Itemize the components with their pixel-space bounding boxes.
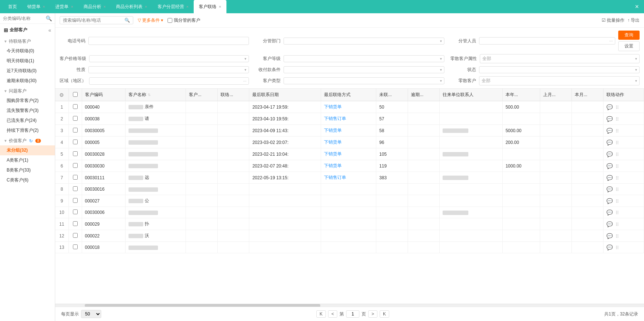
tab-product-analysis-close[interactable]: ×: [103, 4, 106, 9]
sidebar-item-class-a[interactable]: A类客户(1): [0, 155, 55, 165]
tab-home[interactable]: 首页: [3, 0, 22, 13]
row-last-method-link[interactable]: 下销售订单: [324, 116, 346, 121]
filter-select-dept[interactable]: ▾: [284, 38, 444, 45]
row-checkbox[interactable]: [73, 116, 78, 121]
row-last-method-link[interactable]: 下销货单: [324, 104, 342, 109]
row-checkbox[interactable]: [73, 151, 78, 156]
sidebar-search-input[interactable]: [3, 16, 44, 21]
first-page-button[interactable]: K: [316, 310, 326, 318]
filter-select-status[interactable]: ▾: [479, 66, 640, 73]
tab-purchase[interactable]: 进货单 ×: [50, 0, 78, 13]
more-actions-icon[interactable]: ⁝⁝: [616, 163, 619, 169]
tab-product-analysis[interactable]: 商品分析 ×: [78, 0, 111, 13]
search-input[interactable]: [63, 18, 122, 23]
sidebar-item-declining[interactable]: 持续下滑客户(2): [0, 126, 55, 135]
filter-select-customer-level[interactable]: ▾: [284, 55, 444, 62]
tab-product-analysis-list[interactable]: 商品分析列表 ×: [111, 0, 152, 13]
tab-sales-close[interactable]: ×: [43, 4, 45, 9]
my-customers-checkbox[interactable]: 我分管的客户: [168, 17, 200, 24]
filter-select-retail-customer[interactable]: 全部 ▾: [479, 76, 640, 85]
col-settings[interactable]: ⚙: [55, 89, 68, 101]
sidebar-group-problem-label[interactable]: ▼ 问题客户: [0, 86, 55, 96]
refresh-icon[interactable]: ↻: [29, 138, 33, 144]
sidebar-item-tomorrow-pending[interactable]: 明天待联络(1): [0, 56, 55, 66]
filter-select-customer-type[interactable]: ▾: [284, 77, 444, 84]
page-number-input[interactable]: [346, 310, 359, 318]
query-button[interactable]: 查询: [618, 31, 640, 40]
row-checkbox[interactable]: [73, 104, 78, 109]
filter-select-manager[interactable]: ···: [479, 37, 615, 45]
more-actions-icon[interactable]: ⁝⁝: [616, 151, 619, 157]
window-close-button[interactable]: ×: [633, 3, 641, 11]
row-checkbox[interactable]: [73, 140, 78, 144]
sidebar-item-class-c[interactable]: C类客户(6): [0, 175, 55, 185]
row-checkbox[interactable]: [73, 186, 78, 191]
more-actions-icon[interactable]: ⁝⁝: [616, 233, 619, 239]
row-last-method-link[interactable]: 下销货单: [324, 163, 342, 168]
chat-icon[interactable]: 💬: [606, 186, 613, 192]
select-all-checkbox[interactable]: [73, 92, 78, 97]
tab-customer-segment[interactable]: 客户分层经营 ×: [152, 0, 194, 13]
filter-select-payment[interactable]: ▾: [284, 66, 444, 73]
sidebar-item-today-pending[interactable]: 今天待联络(0): [0, 46, 55, 56]
sidebar-item-hoarding-abnormal[interactable]: 囤购异常客户(2): [0, 96, 55, 106]
tab-customer-segment-close[interactable]: ×: [186, 4, 189, 9]
more-actions-icon[interactable]: ⁝⁝: [616, 140, 619, 145]
more-actions-icon[interactable]: ⁝⁝: [616, 186, 619, 192]
filter-input-phone[interactable]: [88, 37, 249, 45]
row-checkbox[interactable]: [73, 244, 78, 249]
more-actions-icon[interactable]: ⁝⁝: [616, 244, 619, 250]
more-actions-icon[interactable]: ⁝⁝: [616, 104, 619, 110]
collapse-icon[interactable]: «: [48, 27, 51, 33]
sidebar-item-unclassified[interactable]: 未分组(32): [0, 145, 55, 155]
horizontal-scrollbar[interactable]: [55, 304, 644, 307]
chat-icon[interactable]: 💬: [606, 151, 613, 157]
chat-icon[interactable]: 💬: [606, 198, 613, 204]
filter-select-price-level[interactable]: ▾: [89, 55, 249, 62]
sidebar-group-pending-label[interactable]: ▼ 待联络客户: [0, 36, 55, 46]
sidebar-all-customers[interactable]: ⊞ 全部客户 «: [0, 24, 55, 36]
sidebar-item-7days-pending[interactable]: 近7天待联络(0): [0, 66, 55, 76]
search-icon[interactable]: 🔍: [124, 18, 130, 23]
row-last-method-link[interactable]: 下销售订单: [324, 175, 346, 180]
chat-icon[interactable]: 💬: [606, 104, 613, 110]
prev-page-button[interactable]: <: [328, 310, 337, 318]
row-checkbox[interactable]: [73, 209, 78, 214]
tab-sales[interactable]: 销货单 ×: [22, 0, 50, 13]
sidebar-search-icon[interactable]: 🔍: [46, 15, 52, 21]
chat-icon[interactable]: 💬: [606, 163, 613, 169]
row-last-method-link[interactable]: 下销货单: [324, 128, 342, 133]
settings-icon[interactable]: ⚙: [59, 92, 64, 98]
sidebar-item-overdue-pending[interactable]: 逾期未联络(30): [0, 76, 55, 86]
tab-product-analysis-list-close[interactable]: ×: [145, 4, 147, 9]
export-button[interactable]: ↑ 导出: [627, 17, 640, 24]
tab-purchase-close[interactable]: ×: [71, 4, 73, 9]
batch-ops-button[interactable]: ☑ 批量操作: [602, 17, 624, 24]
sidebar-item-churn-warning[interactable]: 流失预警客户(3): [0, 106, 55, 116]
sidebar-item-churned[interactable]: 已流失客户(24): [0, 116, 55, 126]
chat-icon[interactable]: 💬: [606, 233, 613, 239]
chat-icon[interactable]: 💬: [606, 244, 613, 250]
chat-icon[interactable]: 💬: [606, 175, 613, 181]
reset-button[interactable]: 设置: [618, 41, 640, 51]
row-last-method-link[interactable]: 下销货单: [324, 151, 342, 156]
more-actions-icon[interactable]: ⁝⁝: [616, 198, 619, 204]
filter-select-region[interactable]: ···: [89, 77, 249, 85]
chat-icon[interactable]: 💬: [606, 140, 613, 145]
last-page-button[interactable]: K: [380, 310, 389, 318]
more-actions-icon[interactable]: ⁝⁝: [616, 175, 619, 181]
chat-icon[interactable]: 💬: [606, 221, 613, 227]
more-conditions-button[interactable]: ▽ 更多条件 ▾: [138, 17, 163, 24]
chat-icon[interactable]: 💬: [606, 128, 613, 134]
filter-select-retail-attr[interactable]: 全部 ▾: [480, 54, 640, 63]
tab-customer-contact[interactable]: 客户联络 ×: [194, 0, 226, 13]
row-checkbox[interactable]: [73, 233, 78, 238]
row-checkbox[interactable]: [73, 128, 78, 133]
tab-customer-contact-close[interactable]: ×: [219, 4, 221, 9]
row-checkbox[interactable]: [73, 163, 78, 168]
col-checkbox[interactable]: [68, 89, 82, 101]
chat-icon[interactable]: 💬: [606, 116, 613, 122]
row-checkbox[interactable]: [73, 175, 78, 180]
more-actions-icon[interactable]: ⁝⁝: [616, 221, 619, 227]
filter-select-nature[interactable]: ▾: [88, 66, 249, 73]
